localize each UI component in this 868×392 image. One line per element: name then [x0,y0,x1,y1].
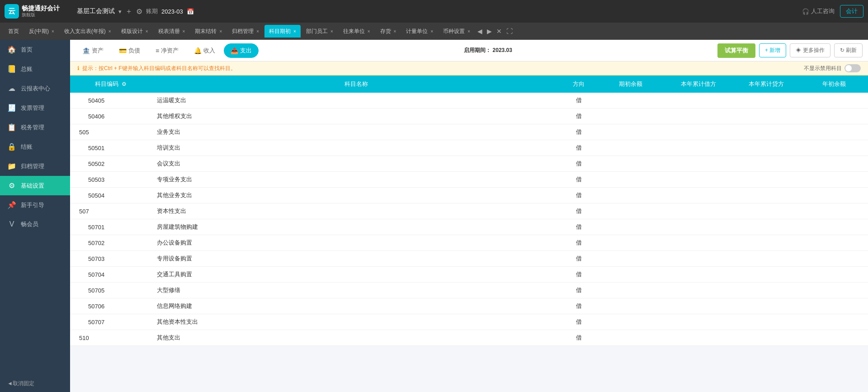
more-ops-button[interactable]: ◈ 更多操作 [790,43,830,57]
sidebar-item-guide[interactable]: 📌 新手引导 [0,195,70,215]
table-row[interactable]: 50707 其他资本性支出 借 [70,314,868,330]
period-label: 账期 [146,7,158,15]
cell-credit [732,109,800,124]
tab-inventory[interactable]: 存货 × [376,25,401,38]
tab-annual[interactable]: 收入支出表(年报) × [60,25,116,38]
tab-subject-init[interactable]: 科目期初 × [264,25,301,38]
cell-credit [732,140,800,156]
tab-contacts[interactable]: 往来单位 × [339,25,375,38]
account-button[interactable]: 会计 [840,5,863,18]
tab-close-icon[interactable]: × [394,29,396,34]
sidebar-item-tax[interactable]: 📋 税务管理 [0,118,70,137]
logo-area: 云 畅捷通好会计 旗舰版 [5,4,72,19]
tab-close-icon[interactable]: × [256,29,259,34]
help-link[interactable]: 🎧 人工咨询 [802,7,835,15]
invoice-icon: 🧾 [7,104,16,112]
table-row[interactable]: 50703 专用设备购置 借 [70,251,868,267]
toolbar-right: 试算平衡 + 新增 ◈ 更多操作 ↻ 刷新 [717,43,863,58]
table-row[interactable]: 50504 其他业务支出 借 [70,188,868,203]
tab-dept-staff[interactable]: 部门员工 × [302,25,338,38]
add-company-btn[interactable]: ＋ [125,7,132,16]
cell-dir: 借 [561,203,597,219]
tab-close-icon[interactable]: × [183,29,185,34]
cell-dir: 借 [561,219,597,235]
table-row[interactable]: 50705 大型修缮 借 [70,283,868,298]
sidebar-item-close[interactable]: 🔒 结账 [0,137,70,156]
subtab-liability[interactable]: 💳 负债 [112,43,147,58]
table-row[interactable]: 50706 信息网络购建 借 [70,298,868,314]
company-settings-icon[interactable]: ⚙ [136,7,142,16]
hide-disabled-toggle[interactable]: 不显示禁用科目 [804,64,861,72]
tab-close-icon[interactable]: × [330,29,333,34]
table-row[interactable]: 50406 其他维权支出 借 [70,109,868,124]
data-table: 科目编码 ⚙ 科目名称 方向 期初余额 本年累计借方 本年累计贷方 年初余额 5… [70,76,868,346]
sidebar-pin-btn[interactable]: ◄取消固定 [0,375,70,392]
tab-measure[interactable]: 计量单位 × [401,25,438,38]
table-row[interactable]: 50701 房屋建筑物购建 借 [70,219,868,235]
table-row[interactable]: 50405 运温暖支出 借 [70,93,868,109]
subtab-asset[interactable]: 🏦 资产 [75,43,110,58]
archive-icon: 📁 [7,162,16,170]
sidebar-item-ledger[interactable]: 📒 总账 [0,59,70,79]
sidebar-item-invoice[interactable]: 🧾 发票管理 [0,98,70,118]
tab-close-icon[interactable]: × [52,29,54,34]
table-row[interactable]: 50501 培训支出 借 [70,140,868,156]
cell-credit [732,235,800,251]
table-row[interactable]: 505 业务支出 借 [70,124,868,140]
cell-code: 50701 [70,219,151,235]
tab-tax[interactable]: 税表清册 × [154,25,190,38]
cell-code: 50504 [70,188,151,203]
ledger-icon: 📒 [7,65,16,73]
table-container[interactable]: 科目编码 ⚙ 科目名称 方向 期初余额 本年累计借方 本年累计贷方 年初余额 5… [70,76,868,392]
table-row[interactable]: 50502 会议支出 借 [70,156,868,172]
cell-code: 50702 [70,235,151,251]
column-settings-icon[interactable]: ⚙ [122,81,127,87]
sidebar-item-archive[interactable]: 📁 归档管理 [0,156,70,176]
tab-close-icon[interactable]: × [293,29,296,34]
table-row[interactable]: 507 资本性支出 借 [70,203,868,219]
tab-prev-btn[interactable]: ◀ [476,27,484,36]
tab-close-icon[interactable]: × [368,29,370,34]
subtab-expense[interactable]: 📤 支出 [224,43,259,58]
table-row[interactable]: 50704 交通工具购置 借 [70,267,868,283]
cell-credit [732,267,800,283]
company-dropdown-icon[interactable]: ▾ [118,8,122,15]
tip-bar: ℹ 提示：按Ctrl + F键并输入科目编码或者科目名称可以查找科目。 不显示禁… [70,61,868,76]
tab-expand-btn[interactable]: ⛶ [505,27,514,36]
cell-year-balance [800,267,868,283]
tab-close-icon[interactable]: × [108,29,111,34]
tab-period-close[interactable]: 期末结转 × [190,25,226,38]
sidebar-item-home[interactable]: 🏠 首页 [0,40,70,59]
table-row[interactable]: 510 其他支出 借 [70,330,868,346]
toggle-switch[interactable] [844,64,861,72]
subtab-net-asset[interactable]: ≡ 净资产 [149,43,185,58]
tab-template[interactable]: 模版设计 × [117,25,153,38]
tab-currency[interactable]: 币种设置 × [439,25,475,38]
new-button[interactable]: + 新增 [759,43,786,57]
tab-close-icon[interactable]: × [146,29,148,34]
tab-close-icon[interactable]: × [467,29,470,34]
table-row[interactable]: 50503 专项业务支出 借 [70,172,868,188]
tab-close-all-btn[interactable]: ✕ [495,27,504,36]
tab-close-icon[interactable]: × [430,29,433,34]
tab-next-btn[interactable]: ▶ [485,27,494,36]
sidebar-bottom: ◄取消固定 [0,375,70,392]
sidebar-item-cloud-report[interactable]: ☁ 云报表中心 [0,79,70,98]
tab-archive[interactable]: 归档管理 × [227,25,264,38]
sidebar-item-basic-settings[interactable]: ⚙ 基础设置 [0,176,70,195]
calc-balance-button[interactable]: 试算平衡 [717,43,755,58]
col-header-year-balance: 年初余额 [800,76,868,93]
subtab-income[interactable]: 🔔 收入 [187,43,222,58]
sidebar-item-member[interactable]: V 畅会员 [0,215,70,234]
tab-mid[interactable]: 反(中期) × [24,25,59,38]
tab-home[interactable]: 首页 [4,25,24,38]
cell-debit [665,314,732,330]
calendar-icon[interactable]: 📅 [187,8,194,15]
table-row[interactable]: 50702 办公设备购置 借 [70,235,868,251]
cell-balance [597,156,665,172]
cell-name: 资本性支出 [151,203,561,219]
cell-name: 会议支出 [151,156,561,172]
cell-dir: 借 [561,298,597,314]
tab-close-icon[interactable]: × [219,29,222,34]
refresh-button[interactable]: ↻ 刷新 [834,43,863,57]
